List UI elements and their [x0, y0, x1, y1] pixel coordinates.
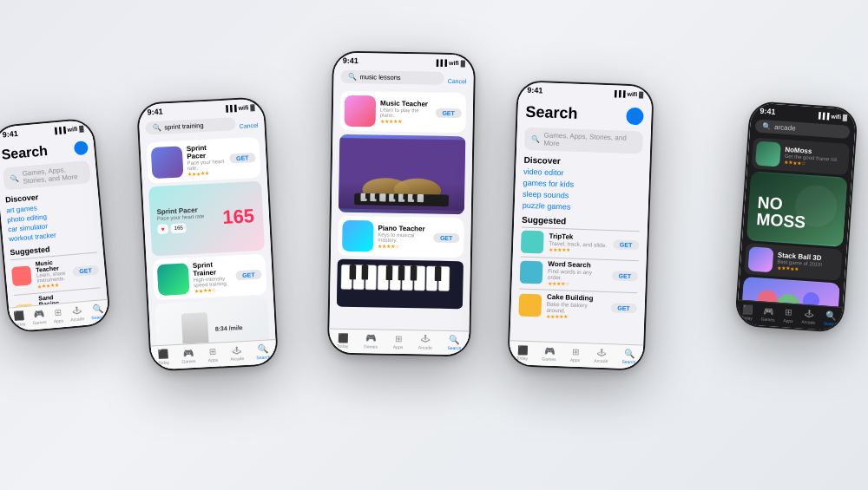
tab-games-3[interactable]: 🎮Games [364, 333, 378, 349]
search-icon-3: 🔍 [347, 73, 356, 81]
arcade-search-icon: 🔍 [762, 122, 772, 131]
nomoss-card[interactable]: NoMoss Get the good frame rid. ★★★★☆ [752, 137, 850, 175]
discover-item-4-4[interactable]: puzzle games [523, 201, 641, 214]
tab-arcade-1[interactable]: 🕹Arcade [69, 305, 84, 322]
tab-apps-1[interactable]: ⊞Apps [52, 307, 63, 323]
tab-search-4[interactable]: 🔍Search [621, 348, 635, 364]
tab-games-1[interactable]: 🎮Games [31, 308, 47, 324]
arcade-icon-5: 🕹 [805, 308, 814, 318]
discover-item-4-3[interactable]: sleep sounds [523, 190, 641, 203]
triptek-icon [521, 230, 544, 253]
phone4-title: Search [525, 103, 578, 123]
tab-games-5[interactable]: 🎮Games [760, 305, 775, 322]
today-icon-5: ⬛ [742, 304, 753, 314]
tab-games-4[interactable]: 🎮Games [542, 345, 556, 362]
svg-rect-27 [362, 265, 369, 280]
discover-item-4-1[interactable]: video editor [523, 167, 641, 180]
get-btn-1[interactable]: GET [72, 265, 99, 277]
search-row-2: 🔍 sprint training Cancel [145, 116, 259, 140]
tab-search-1[interactable]: 🔍Search [90, 304, 105, 320]
svg-rect-10 [418, 194, 424, 202]
tab-apps-3[interactable]: ⊞Apps [393, 333, 404, 349]
arcade-icon-4: 🕹 [597, 347, 606, 356]
discover-item-4-2[interactable]: games for kids [523, 179, 641, 192]
phone1-title: Search [1, 143, 49, 163]
tab-apps-4[interactable]: ⊞Apps [570, 346, 581, 362]
music-teacher-icon [345, 95, 377, 127]
sprint-trainer-name: Sprint Trainer [193, 260, 231, 278]
svg-rect-26 [350, 265, 357, 279]
tab-arcade-2[interactable]: 🕹Arcade [230, 345, 245, 362]
signal-icon-4: ▐▐▐ [613, 90, 626, 97]
time-5: 9:41 [760, 107, 776, 116]
search-tab-icon-1: 🔍 [92, 304, 103, 314]
tab-today-2[interactable]: ⬛Today [157, 349, 169, 365]
svg-rect-14 [403, 194, 407, 199]
today-icon: ⬛ [13, 310, 24, 321]
tab-today-3[interactable]: ⬛Today [337, 332, 349, 348]
list-item: Music Teacher Learn, share instruments. … [11, 255, 100, 291]
battery-icon-5: ▓ [843, 114, 848, 120]
heart-rate-metric: 165 [222, 205, 255, 229]
result-card-piano-teacher[interactable]: Piano Teacher Keys to musical mastery. ★… [338, 216, 464, 258]
workout-stats: 8:34 /mile [215, 324, 243, 332]
tab-bar-3: ⬛Today 🎮Games ⊞Apps 🕹Arcade 🔍Search [329, 329, 469, 356]
get-btn-music-teacher[interactable]: GET [435, 108, 462, 118]
tab-arcade-4[interactable]: 🕹Arcade [594, 347, 608, 363]
apps-icon-5: ⊞ [785, 307, 792, 317]
phone-2: 9:41 ▐▐▐ wifi ▓ 🔍 sprint training C [136, 96, 279, 371]
get-btn-triptek[interactable]: GET [613, 239, 640, 250]
status-icons-5: ▐▐▐ wifi ▓ [816, 112, 847, 120]
tab-apps-5[interactable]: ⊞Apps [783, 307, 794, 323]
tab-today-4[interactable]: ⬛Today [516, 344, 529, 360]
search-icon-2: 🔍 [152, 124, 161, 133]
result-card-music-teacher[interactable]: Music Teacher Learn to play the piano. ★… [339, 91, 466, 134]
wordsearch-stars: ★★★★☆ [548, 280, 607, 288]
wifi-icon-3: wifi [449, 59, 459, 65]
phone4-search-placeholder: Games, Apps, Stories, and More [543, 131, 636, 150]
tab-today-5[interactable]: ⬛Today [740, 304, 753, 320]
tab-games-2[interactable]: 🎮Games [181, 347, 196, 363]
signal-icon-3: ▐▐▐ [434, 59, 447, 65]
stackball-card[interactable]: Stack Ball 3D Best game of 2019! ★★★★★ [744, 243, 842, 281]
tab-today-1[interactable]: ⬛Today [13, 310, 26, 327]
active-search-bar-3[interactable]: 🔍 music lessons [340, 70, 444, 85]
phone1-suggested-header: Suggested [10, 241, 96, 258]
get-btn-sprint-trainer[interactable]: GET [235, 270, 262, 281]
tab-search-5[interactable]: 🔍Search [824, 310, 838, 326]
tab-apps-2[interactable]: ⊞Apps [207, 346, 218, 363]
search-icon-1: 🔍 [10, 174, 20, 183]
svg-rect-8 [398, 194, 404, 202]
tab-search-2[interactable]: 🔍Search [256, 343, 271, 360]
cancel-btn-2[interactable]: Cancel [240, 121, 259, 128]
wifi-icon-2: wifi [238, 104, 248, 111]
status-icons-4: ▐▐▐ wifi ▓ [613, 90, 644, 97]
signal-icon-5: ▐▐▐ [816, 112, 829, 119]
get-btn-wordsearch[interactable]: GET [611, 271, 638, 281]
time-2: 9:41 [147, 108, 163, 117]
active-search-bar-2[interactable]: 🔍 sprint training [145, 117, 236, 134]
result-card-sprint-trainer[interactable]: Sprint Trainer High-intensity speed trai… [152, 254, 266, 301]
sprint-pacer-info: Sprint Pacer Pace your heart rate. ★★★★★ [187, 143, 226, 177]
arcade-search-bar[interactable]: 🔍 arcade [755, 119, 851, 139]
nomoss-icon [755, 141, 781, 167]
result-card-sprint-pacer[interactable]: Sprint Pacer Pace your heart rate. ★★★★★… [146, 137, 260, 184]
app-icon-music [11, 265, 32, 286]
cakebuilding-icon [518, 293, 542, 317]
search-tab-icon-2: 🔍 [258, 343, 269, 354]
games-icon: 🎮 [33, 309, 44, 319]
phone-1: 9:41 ▐▐▐ wifi ▓ Search 👤 � [0, 117, 111, 333]
cancel-btn-3[interactable]: Cancel [448, 77, 467, 83]
apps-icon-3: ⊞ [395, 333, 402, 343]
piano-teacher-stars: ★★★★☆ [378, 243, 429, 250]
get-btn-cakebuilding[interactable]: GET [610, 303, 637, 313]
piano-teacher-info: Piano Teacher Keys to musical mastery. ★… [378, 225, 429, 250]
get-btn-sprint-pacer[interactable]: GET [229, 153, 256, 164]
get-btn-piano-teacher[interactable]: GET [433, 232, 460, 243]
tab-search-3[interactable]: 🔍Search [447, 334, 461, 350]
tab-arcade-5[interactable]: 🕹Arcade [801, 308, 816, 324]
music-teacher-desc: Learn to play the piano. [380, 108, 431, 119]
tab-arcade-3[interactable]: 🕹Arcade [418, 334, 432, 350]
svg-rect-31 [435, 266, 442, 281]
phone4-search-bar[interactable]: 🔍 Games, Apps, Stories, and More [524, 127, 643, 154]
